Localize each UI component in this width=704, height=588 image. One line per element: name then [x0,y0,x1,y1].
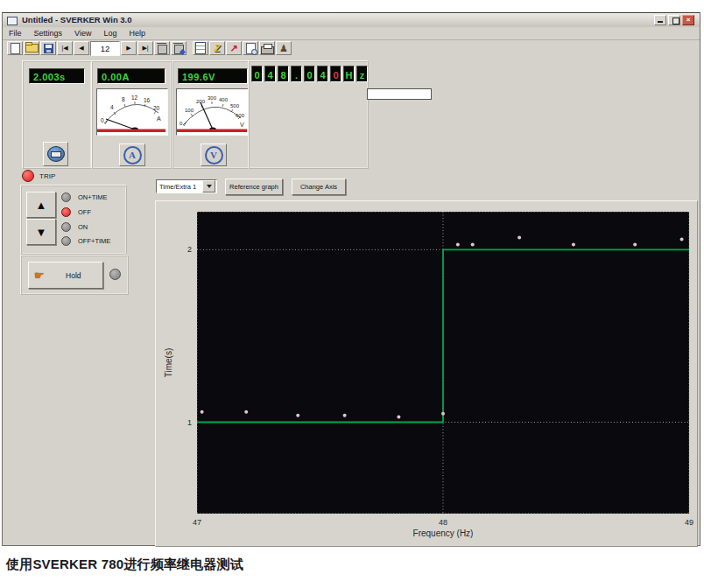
frequency-panel: 048.040Hz [248,60,369,169]
time-display: 2.003s [29,68,85,84]
frequency-digit: 0 [330,66,341,82]
timer-button[interactable] [43,142,68,166]
delete-record-button[interactable] [154,41,170,55]
test-point [244,410,248,414]
next-record-button[interactable]: ▶ [121,41,137,55]
about-button[interactable]: ♟ [276,41,292,55]
test-point [633,242,637,246]
test-point [441,412,445,416]
test-point [517,236,521,240]
ammeter-gauge: 0 4 8 12 16 20 A [96,88,168,136]
graph-type-dropdown[interactable]: Time/Extra 1 [156,179,217,193]
frequency-display: 048.040Hz [251,66,368,82]
mode-led [61,192,71,202]
svg-text:V: V [240,122,244,128]
frequency-digit: 0 [304,66,315,82]
trash-all-icon [174,45,184,54]
menu-settings[interactable]: Settings [28,27,69,38]
test-point [343,414,347,417]
hold-indicator [109,269,121,280]
svg-text:400: 400 [219,97,229,102]
frequency-digit: 0 [251,66,263,82]
test-point [456,242,460,246]
print-preview-button[interactable] [243,41,258,55]
save-button[interactable] [40,41,56,55]
window-title: Untitled - SVERKER Win 3.0 [22,15,132,24]
mode-row-off: OFF [61,206,91,217]
y-tick-label: 2 [187,245,192,254]
svg-text:A: A [157,116,161,122]
test-point [572,242,575,246]
trash-icon [158,45,167,54]
open-button[interactable] [24,41,39,55]
test-point [397,416,400,419]
mode-up-button[interactable]: ▲ [26,192,56,218]
graph-type-value: Time/Extra 1 [157,183,202,191]
open-folder-icon [25,44,39,52]
menu-bar: FileSettingsViewLogHelp [3,27,700,40]
previous-record-button[interactable]: ◀ [74,41,89,55]
report-view-button[interactable] [193,41,208,55]
minimize-button[interactable] [654,15,666,25]
graph-view-button[interactable]: Z [209,41,225,55]
frequency-digit: 4 [317,66,328,82]
frequency-digit: . [291,66,302,82]
menu-file[interactable]: File [3,27,28,38]
frequency-digit: z [356,66,368,82]
dropdown-arrow-button[interactable] [202,180,215,192]
svg-text:0: 0 [101,117,104,123]
svg-text:300: 300 [208,95,217,101]
chevron-down-icon [207,185,212,191]
restore-button[interactable] [668,15,680,25]
record-counter[interactable]: 12 [90,41,120,56]
caption: 使用SVERKER 780进行频率继电器测试 [6,556,243,573]
frequency-digit: H [343,66,355,82]
ampere-select-button[interactable]: A [119,144,145,166]
svg-text:500: 500 [230,103,240,108]
first-record-button[interactable]: |◀ [57,41,73,55]
x-tick-label: 49 [685,518,693,527]
mode-row-on: ON [61,221,88,232]
toolbar: |◀ ◀ 12 ▶ ▶| Z ↗ ♟ [4,39,701,57]
print-button[interactable] [259,41,275,55]
graph-icon: Z [215,43,221,53]
svg-text:100: 100 [185,108,194,113]
test-point [680,238,684,242]
trip-indicator [22,170,34,182]
reference-graph-button[interactable]: Reference graph [225,178,283,195]
test-point [296,414,299,417]
titlebar[interactable]: Untitled - SVERKER Win 3.0 × [3,13,700,28]
last-record-button[interactable]: ▶| [137,41,153,55]
stopwatch-icon [47,146,65,162]
ampere-icon: A [123,146,142,164]
new-document-button[interactable] [7,41,23,55]
close-button[interactable]: × [682,15,694,25]
svg-text:0: 0 [180,121,183,126]
hold-button[interactable]: ☛ Hold [28,262,103,289]
menu-view[interactable]: View [68,27,97,38]
hand-icon: ☛ [34,269,45,282]
mode-panel: ▲ ▼ ON+TIME OFF ON OFF+TIME [20,185,127,255]
menu-help[interactable]: Help [123,27,151,38]
trip-label: TRIP [39,172,55,180]
voltage-display: 199.6V [178,68,248,84]
phasor-view-button[interactable]: ↗ [226,41,242,55]
new-document-icon [11,43,20,54]
value-entry-field[interactable] [367,88,432,100]
change-axis-button[interactable]: Change Axis [292,178,346,195]
current-panel: 0.00A 0 4 8 12 16 20 A A [91,60,172,169]
current-display: 0.00A [97,68,165,84]
menu-log[interactable]: Log [97,27,123,38]
y-tick-label: 1 [187,418,192,427]
test-point [201,410,204,414]
mode-led [61,236,71,246]
delete-all-button[interactable] [171,41,187,55]
chart-panel: 12474849Frequency (Hz)Time(s) [155,200,698,547]
svg-text:20: 20 [153,105,160,111]
mode-down-button[interactable]: ▼ [26,219,56,245]
hold-panel: ☛ Hold [20,255,129,295]
x-axis-title: Frequency (Hz) [413,528,474,538]
relay-test-chart: 12474849Frequency (Hz)Time(s) [156,201,695,544]
print-preview-icon [246,43,256,54]
volt-select-button[interactable]: V [201,144,227,166]
